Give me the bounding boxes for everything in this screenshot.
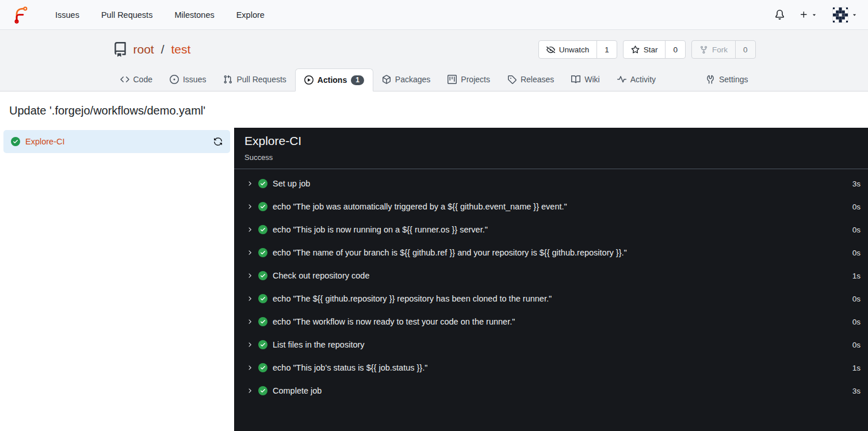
pulse-icon [617,75,626,84]
step-duration: 0s [852,203,861,211]
repo-actions: Unwatch 1 Star 0 Fork 0 [538,40,756,59]
success-check-icon [258,248,267,257]
jobs-sidebar: Explore-CI [0,128,234,431]
user-menu[interactable] [832,7,858,23]
step-row[interactable]: List files in the repository 0s [234,333,868,356]
tab-pull-requests[interactable]: Pull Requests [215,68,295,91]
create-new-button[interactable] [800,10,817,19]
chevron-right-icon [246,180,253,187]
watch-count[interactable]: 1 [596,41,617,58]
user-avatar [832,7,848,23]
repo-owner-link[interactable]: root [133,43,154,56]
success-check-icon [258,179,267,188]
step-duration: 1s [852,364,861,372]
book-icon [571,75,580,84]
forgejo-logo-icon[interactable] [10,5,29,24]
chevron-right-icon [246,387,253,394]
repo-name-link[interactable]: test [171,43,191,56]
success-check-icon [258,294,267,303]
tab-wiki[interactable]: Wiki [563,68,608,91]
step-name: echo "The ${{ github.repository }} repos… [273,294,552,303]
step-row[interactable]: echo "The ${{ github.repository }} repos… [234,287,868,310]
star-button[interactable]: Star 0 [623,40,686,59]
step-row[interactable]: echo "The name of your branch is ${{ git… [234,241,868,264]
tag-icon [507,75,517,84]
chevron-right-icon [246,203,253,210]
workflow-run-title: Update '.forgejo/workflows/demo.yaml' [0,91,868,128]
step-name: Set up job [273,179,310,188]
nav-milestones[interactable]: Milestones [163,10,225,20]
repo-book-icon [113,42,128,57]
step-duration: 0s [852,341,861,349]
step-name: echo "The workflow is now ready to test … [273,317,515,326]
tab-issues[interactable]: Issues [161,68,215,91]
success-check-icon [258,317,267,326]
unwatch-button[interactable]: Unwatch 1 [538,40,617,59]
success-check-icon [258,202,267,211]
success-check-icon [258,271,267,280]
fork-button: Fork 0 [691,40,756,59]
top-navbar: Issues Pull Requests Milestones Explore [0,0,868,30]
step-name: echo "The name of your branch is ${{ git… [273,248,627,257]
repo-tabs: Code Issues Pull Requests Actions 1 Pack… [112,68,757,91]
success-check-icon [258,363,267,372]
success-check-icon [11,137,20,146]
step-name: echo "This job's status is ${{ job.statu… [273,363,427,372]
repo-header: root / test Unwatch 1 Star 0 [0,30,868,91]
notifications-bell-icon[interactable] [775,10,785,20]
success-check-icon [258,340,267,349]
tab-projects[interactable]: Projects [439,68,499,91]
step-row[interactable]: Check out repository code 1s [234,264,868,287]
step-row[interactable]: Set up job 3s [234,172,868,195]
star-count[interactable]: 0 [665,41,685,58]
nav-issues[interactable]: Issues [44,10,90,20]
job-name: Explore-CI [25,137,65,146]
nav-explore[interactable]: Explore [225,10,276,20]
issue-icon [170,75,179,84]
step-name: List files in the repository [273,340,365,349]
refresh-icon[interactable] [213,137,223,146]
step-name: Check out repository code [273,271,369,280]
tab-packages[interactable]: Packages [373,68,439,91]
chevron-right-icon [246,318,253,325]
step-duration: 3s [852,180,861,188]
chevron-right-icon [246,341,253,348]
chevron-right-icon [246,226,253,233]
wrench-icon [706,75,715,84]
pull-request-icon [223,75,232,84]
actions-count-badge: 1 [351,75,364,85]
nav-pull-requests[interactable]: Pull Requests [90,10,163,20]
step-name: Complete job [273,386,322,395]
job-status: Success [244,153,858,162]
step-duration: 1s [852,272,861,280]
repo-title: root / test [113,42,191,57]
play-circle-icon [304,75,313,85]
repo-separator: / [161,43,165,56]
step-duration: 0s [852,249,861,257]
step-row[interactable]: echo "The job was automatically triggere… [234,195,868,218]
step-duration: 0s [852,295,861,303]
step-row[interactable]: echo "The workflow is now ready to test … [234,310,868,333]
step-row[interactable]: Complete job 3s [234,379,868,402]
tab-releases[interactable]: Releases [499,68,563,91]
job-log-panel: Explore-CI Success Set up job 3s [234,128,868,431]
tab-activity[interactable]: Activity [609,68,664,91]
job-log-header: Explore-CI Success [234,128,868,169]
job-item-explore-ci[interactable]: Explore-CI [3,130,230,153]
navbar-right [775,7,858,23]
step-duration: 3s [852,387,861,395]
package-icon [382,75,391,84]
tab-settings[interactable]: Settings [697,68,757,91]
eye-closed-icon [546,45,555,54]
step-row[interactable]: echo "This job's status is ${{ job.statu… [234,356,868,379]
star-icon [631,45,640,54]
job-log-title: Explore-CI [244,134,858,148]
workflow-run-view: Explore-CI Explore-CI Success Set up job [0,128,868,431]
job-steps-list: Set up job 3s echo "The job was automati… [234,169,868,402]
code-icon [120,75,129,84]
tab-code[interactable]: Code [112,68,161,91]
tab-actions[interactable]: Actions 1 [295,68,373,91]
step-row[interactable]: echo "This job is now running on a ${{ r… [234,218,868,241]
step-duration: 0s [852,318,861,326]
step-name: echo "The job was automatically triggere… [273,202,567,211]
